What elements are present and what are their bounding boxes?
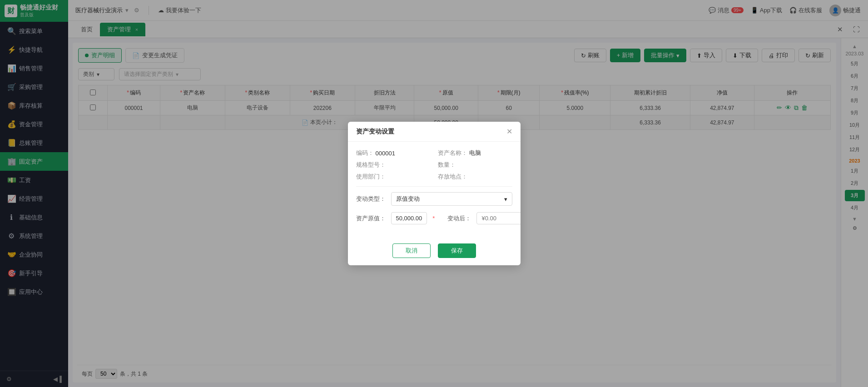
modal-title: 资产变动设置 bbox=[356, 128, 394, 136]
modal-original-value-row: 资产原值： 50,000.00 * 变动后： bbox=[356, 212, 512, 224]
modal-change-type-label: 变动类型： bbox=[356, 195, 386, 203]
modal-code-label: 编码： bbox=[356, 149, 374, 157]
asset-change-modal: 资产变动设置 ✕ 编码： 000001 资产名称： 电脑 规格型号： 数量： bbox=[348, 122, 521, 265]
modal-after-label: 变动后： bbox=[441, 214, 471, 223]
modal-overlay: 资产变动设置 ✕ 编码： 000001 资产名称： 电脑 规格型号： 数量： bbox=[0, 0, 868, 387]
modal-change-type-select[interactable]: 原值变动 ▾ bbox=[391, 192, 512, 206]
modal-original-value-label: 资产原值： bbox=[356, 214, 386, 223]
modal-change-type-value: 原值变动 bbox=[396, 195, 420, 203]
modal-info-grid: 编码： 000001 资产名称： 电脑 规格型号： 数量： 使用部门： bbox=[356, 149, 512, 187]
modal-location-item: 存放地点： bbox=[438, 173, 512, 181]
modal-name-label: 资产名称： bbox=[438, 149, 467, 157]
modal-dept-item: 使用部门： bbox=[356, 173, 431, 181]
modal-footer: 取消 保存 bbox=[348, 238, 521, 265]
modal-change-type-row: 变动类型： 原值变动 ▾ bbox=[356, 192, 512, 206]
modal-code-item: 编码： 000001 bbox=[356, 149, 431, 157]
modal-qty-label: 数量： bbox=[438, 161, 456, 169]
modal-original-value: 50,000.00 bbox=[391, 212, 427, 224]
modal-code-value: 000001 bbox=[376, 150, 395, 157]
modal-save-btn[interactable]: 保存 bbox=[438, 243, 476, 258]
modal-close-btn[interactable]: ✕ bbox=[506, 127, 512, 136]
modal-spec-item: 规格型号： bbox=[356, 161, 431, 169]
modal-required-mark: * bbox=[432, 215, 435, 222]
modal-name-value: 电脑 bbox=[469, 149, 481, 157]
modal-spec-label: 规格型号： bbox=[356, 161, 386, 169]
modal-location-label: 存放地点： bbox=[438, 173, 467, 181]
modal-cancel-btn[interactable]: 取消 bbox=[392, 243, 431, 258]
modal-after-change-input[interactable] bbox=[476, 212, 520, 224]
modal-dropdown-icon: ▾ bbox=[504, 196, 507, 203]
modal-qty-item: 数量： bbox=[438, 161, 512, 169]
modal-header: 资产变动设置 ✕ bbox=[348, 122, 521, 142]
modal-body: 编码： 000001 资产名称： 电脑 规格型号： 数量： 使用部门： bbox=[348, 142, 521, 238]
modal-dept-label: 使用部门： bbox=[356, 173, 386, 181]
modal-name-item: 资产名称： 电脑 bbox=[438, 149, 512, 157]
